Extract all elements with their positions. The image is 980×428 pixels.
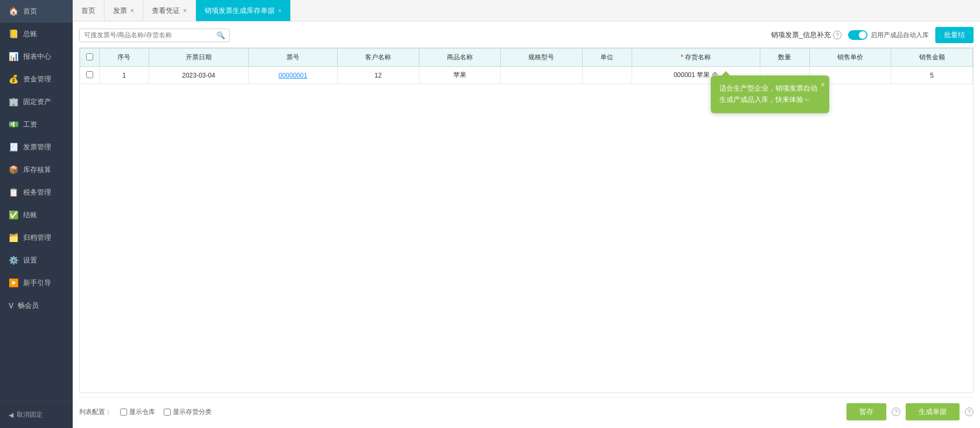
show-warehouse-label[interactable]: 显示仓库 <box>120 408 155 417</box>
sidebar-item-ledger[interactable]: 📒 总账 <box>0 23 73 45</box>
generate-help-icon[interactable]: ? <box>965 408 974 416</box>
col-price-check: 销售单价 <box>809 49 891 67</box>
sidebar-item-settle[interactable]: ✅ 结账 <box>0 204 73 226</box>
search-input[interactable] <box>84 31 214 39</box>
table-row: 1 2023-03-04 00000001 12 苹果 000001 苹果 个 … <box>80 67 973 84</box>
funds-icon: 💰 <box>9 74 19 84</box>
col-spec: 规格型号 <box>501 49 583 67</box>
table-header-row: 序号 开票日期 票号 客户名称 商品名称 规格型号 单位 * 存货名称 数量 销… <box>80 49 973 67</box>
sidebar-bottom: ◀ 取消固定 <box>0 401 73 428</box>
select-all-checkbox[interactable] <box>86 53 93 60</box>
col-inventory: * 存货名称 <box>632 49 760 67</box>
tab-bar: 首页 发票 × 查看凭证 × 销项发票生成库存单据 × <box>73 0 980 22</box>
bottom-right: 暂存 ? 生成单据 ? <box>846 403 974 420</box>
row-date: 2023-03-04 <box>149 67 248 84</box>
save-button[interactable]: 暂存 <box>846 403 886 420</box>
tab-cancel-invoice[interactable]: 销项发票生成库存单据 × <box>196 0 291 21</box>
sidebar-item-invoice-mgmt[interactable]: 🧾 发票管理 <box>0 136 73 158</box>
col-unit: 单位 <box>582 49 632 67</box>
invoice-mgmt-icon: 🧾 <box>9 142 19 152</box>
show-warehouse-checkbox[interactable] <box>120 409 127 416</box>
batch-button[interactable]: 批量结 <box>935 27 974 43</box>
sidebar-item-home[interactable]: 🏠 首页 <box>0 0 73 23</box>
content-area: 🔍 销项发票_信息补充 ? 启用产成品自动入库 批量结 <box>73 22 980 428</box>
row-product: 苹果 <box>419 67 501 84</box>
wage-icon: 💵 <box>9 120 19 129</box>
col-num: 票号 <box>248 49 337 67</box>
tab-invoice[interactable]: 发票 × <box>104 0 143 21</box>
top-right: 销项发票_信息补充 ? 启用产成品自动入库 批量结 <box>771 27 974 43</box>
sidebar-item-assets[interactable]: 🏢 固定资产 <box>0 91 73 113</box>
tab-invoice-close[interactable]: × <box>130 7 134 15</box>
sidebar-item-inventory[interactable]: 📦 库存核算 <box>0 158 73 181</box>
col-amount: 销售金额 <box>891 49 973 67</box>
row-spec <box>501 67 583 84</box>
top-bar: 🔍 销项发票_信息补充 ? 启用产成品自动入库 批量结 <box>79 27 974 43</box>
row-num[interactable]: 00000001 <box>248 67 337 84</box>
info-help-icon[interactable]: ? <box>833 31 842 39</box>
table-wrapper: 序号 开票日期 票号 客户名称 商品名称 规格型号 单位 * 存货名称 数量 销… <box>79 47 974 393</box>
col-checkbox[interactable] <box>80 49 100 67</box>
sidebar-item-archive[interactable]: 🗂️ 归档管理 <box>0 226 73 249</box>
toggle-area: 启用产成品自动入库 <box>848 30 929 40</box>
vip-icon: V <box>9 301 13 310</box>
left-arrow-icon: ◀ <box>9 411 13 419</box>
sidebar-item-funds[interactable]: 💰 资金管理 <box>0 68 73 91</box>
sidebar: 🏠 首页 📒 总账 📊 报表中心 💰 资金管理 🏢 固定资产 💵 工资 🧾 发票… <box>0 0 73 428</box>
inventory-icon: 📦 <box>9 165 19 175</box>
ledger-icon: 📒 <box>9 29 19 39</box>
show-category-checkbox[interactable] <box>164 409 171 416</box>
search-icon: 🔍 <box>216 31 225 39</box>
report-icon: 📊 <box>9 52 19 61</box>
cancel-fixed-btn[interactable]: ◀ 取消固定 <box>0 406 73 424</box>
show-category-label[interactable]: 显示存货分类 <box>164 408 212 417</box>
newbie-icon: ▶️ <box>9 278 19 288</box>
tab-home[interactable]: 首页 <box>73 0 104 21</box>
col-qty: 数量 <box>760 49 809 67</box>
settle-icon: ✅ <box>9 210 19 220</box>
tab-voucher-close[interactable]: × <box>183 7 187 15</box>
main-content: 首页 发票 × 查看凭证 × 销项发票生成库存单据 × 🔍 销项发票_信息补充 <box>73 0 980 428</box>
row-checkbox-cell[interactable] <box>80 67 100 84</box>
data-table: 序号 开票日期 票号 客户名称 商品名称 规格型号 单位 * 存货名称 数量 销… <box>80 48 973 84</box>
tooltip-close-btn[interactable]: × <box>821 79 825 91</box>
row-customer: 12 <box>337 67 419 84</box>
sidebar-item-vip[interactable]: V 畅会员 <box>0 294 73 317</box>
sidebar-item-tax[interactable]: 📋 税务管理 <box>0 181 73 204</box>
row-checkbox[interactable] <box>86 71 93 78</box>
sidebar-item-report[interactable]: 📊 报表中心 <box>0 45 73 68</box>
col-seq: 序号 <box>100 49 149 67</box>
save-help-icon[interactable]: ? <box>892 408 900 416</box>
search-box[interactable]: 🔍 <box>79 29 230 42</box>
tab-cancel-invoice-close[interactable]: × <box>278 7 282 15</box>
settings-icon: ⚙️ <box>9 256 19 265</box>
col-product: 商品名称 <box>419 49 501 67</box>
generate-button[interactable]: 生成单据 <box>906 403 960 420</box>
info-label: 销项发票_信息补充 ? <box>771 30 842 40</box>
home-icon: 🏠 <box>9 6 19 16</box>
sidebar-item-settings[interactable]: ⚙️ 设置 <box>0 249 73 272</box>
bottom-bar: 列表配置： 显示仓库 显示存货分类 暂存 ? 生成单据 ? <box>79 397 974 423</box>
sidebar-item-newbie[interactable]: ▶️ 新手引导 <box>0 272 73 294</box>
sidebar-item-wage[interactable]: 💵 工资 <box>0 113 73 136</box>
tax-icon: 📋 <box>9 188 19 197</box>
required-star: * <box>681 53 683 61</box>
row-unit <box>582 67 632 84</box>
auto-warehouse-toggle[interactable] <box>848 30 867 40</box>
tab-voucher[interactable]: 查看凭证 × <box>143 0 196 21</box>
col-customer: 客户名称 <box>337 49 419 67</box>
list-config-label: 列表配置： <box>79 408 111 417</box>
row-amount: 5 <box>891 67 973 84</box>
tooltip-popup: × 适合生产型企业，销项发票自动生成产成品入库，快来体验～ <box>711 75 829 113</box>
col-date: 开票日期 <box>149 49 248 67</box>
archive-icon: 🗂️ <box>9 233 19 243</box>
row-seq: 1 <box>100 67 149 84</box>
assets-icon: 🏢 <box>9 97 19 107</box>
